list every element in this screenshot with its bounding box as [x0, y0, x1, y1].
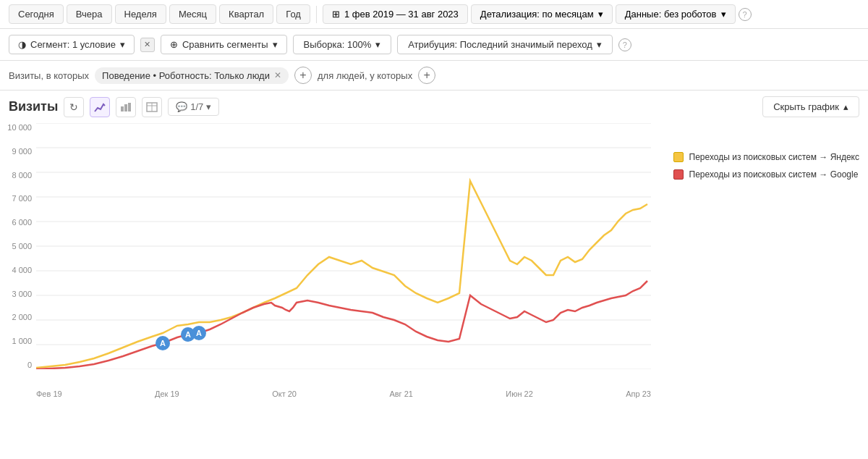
annotation-count: 1/7 [190, 101, 203, 112]
segment-label: Сегмент: 1 условие [30, 39, 116, 50]
btn-quarter[interactable]: Квартал [219, 4, 273, 24]
bar-chart-icon [120, 102, 132, 112]
data-label: Данные: без роботов [625, 9, 717, 20]
chevron-up-icon: ▴ [843, 101, 848, 112]
chevron-down-icon6: ▾ [597, 39, 602, 50]
sample-btn[interactable]: Выборка: 100% ▾ [293, 35, 392, 54]
btn-year[interactable]: Год [276, 4, 310, 24]
bar-chart-icon-btn[interactable] [116, 97, 136, 117]
legend: Переходы из поисковых систем → Яндекс Пе… [673, 152, 859, 180]
y-label-1000: 1 000 [0, 337, 36, 345]
y-label-6000: 6 000 [0, 218, 36, 227]
detail-btn[interactable]: Детализация: по месяцам ▾ [471, 4, 613, 24]
segment-close-btn[interactable]: ✕ [140, 38, 155, 52]
help-icon2[interactable]: ? [618, 38, 631, 51]
for-people-label: для людей, у которых [318, 70, 412, 81]
chart-svg: А А А [36, 123, 651, 369]
data-btn[interactable]: Данные: без роботов ▾ [616, 4, 736, 24]
y-label-7000: 7 000 [0, 194, 36, 203]
y-label-4000: 4 000 [0, 266, 36, 274]
y-label-10000: 10 000 [0, 123, 36, 132]
x-label-oct20: Окт 20 [272, 389, 297, 398]
refresh-icon-btn[interactable]: ↻ [64, 97, 84, 117]
annotation-a1-label: А [160, 339, 166, 348]
legend-color-yandex [673, 152, 684, 162]
y-label-0: 0 [0, 361, 36, 369]
detail-label: Детализация: по месяцам [480, 9, 594, 20]
date-range-btn[interactable]: ⊞ 1 фев 2019 — 31 авг 2023 [323, 4, 468, 24]
annotation-a3-label: А [196, 329, 202, 337]
annotation-a2-label: А [185, 330, 191, 339]
y-axis: 0 1 000 2 000 3 000 4 000 5 000 6 000 7 … [0, 123, 36, 384]
second-bar: ◑ Сегмент: 1 условие ▾ ✕ ⊕ Сравнить сегм… [0, 29, 868, 61]
legend-item-yandex: Переходы из поисковых систем → Яндекс [673, 152, 859, 162]
add-condition-btn[interactable]: + [294, 67, 312, 84]
y-label-2000: 2 000 [0, 313, 36, 321]
chevron-down-icon5: ▾ [375, 39, 380, 50]
sample-label: Выборка: 100% [304, 39, 372, 50]
help-icon[interactable]: ? [739, 8, 752, 21]
chart-header: Визиты ↻ 💬 1/7 ▾ Скрыть график ▴ [0, 90, 868, 123]
btn-month[interactable]: Месяц [169, 4, 216, 24]
third-bar: Визиты, в которых Поведение • Роботность… [0, 61, 868, 90]
chevron-down-icon3: ▾ [120, 39, 125, 50]
chevron-down-icon4: ▾ [273, 39, 278, 50]
x-label-aug21: Авг 21 [389, 389, 412, 398]
x-label-dec19: Дек 19 [155, 389, 179, 398]
date-range-label: 1 фев 2019 — 31 авг 2023 [344, 9, 459, 20]
chevron-down-icon: ▾ [598, 9, 603, 20]
chart-title: Визиты [9, 99, 58, 114]
x-axis: Фев 19 Дек 19 Окт 20 Авг 21 Июн 22 Апр 2… [36, 389, 651, 398]
svg-rect-2 [128, 103, 131, 111]
compare-icon: ⊕ [170, 39, 178, 50]
btn-week[interactable]: Неделя [115, 4, 166, 24]
x-label-apr23: Апр 23 [626, 389, 651, 398]
btn-yesterday[interactable]: Вчера [67, 4, 112, 24]
chevron-down-icon7: ▾ [206, 101, 211, 112]
x-label-jun22: Июн 22 [506, 389, 533, 398]
yandex-line [36, 181, 647, 368]
hide-chart-label: Скрыть график [773, 101, 839, 112]
legend-label-yandex: Переходы из поисковых систем → Яндекс [689, 152, 859, 162]
y-label-3000: 3 000 [0, 290, 36, 298]
compare-label: Сравнить сегменты [182, 39, 268, 50]
pie-icon: ◑ [18, 39, 26, 50]
legend-color-google [673, 169, 684, 180]
top-bar: Сегодня Вчера Неделя Месяц Квартал Год ⊞… [0, 0, 868, 29]
y-label-5000: 5 000 [0, 242, 36, 250]
line-chart-icon-btn[interactable] [90, 97, 110, 117]
tag-close-btn[interactable]: ✕ [274, 70, 281, 80]
hide-chart-btn[interactable]: Скрыть график ▴ [762, 96, 859, 117]
y-label-8000: 8 000 [0, 171, 36, 180]
calendar-icon: ⊞ [332, 9, 340, 20]
btn-today[interactable]: Сегодня [9, 4, 64, 24]
annotation-btn[interactable]: 💬 1/7 ▾ [168, 98, 219, 116]
table-icon [146, 102, 158, 112]
add-for-people-btn[interactable]: + [418, 67, 435, 84]
google-line [36, 281, 647, 369]
visits-condition-label: Визиты, в которых [9, 70, 89, 81]
chevron-down-icon2: ▾ [721, 9, 726, 20]
separator [316, 6, 317, 23]
table-icon-btn[interactable] [142, 97, 162, 117]
segment-btn[interactable]: ◑ Сегмент: 1 условие ▾ [9, 35, 135, 54]
attribution-label: Атрибуция: Последний значимый переход [408, 39, 592, 50]
condition-tag: Поведение • Роботность: Только люди ✕ [95, 67, 289, 84]
legend-item-google: Переходы из поисковых систем → Google [673, 169, 859, 180]
y-label-9000: 9 000 [0, 147, 36, 156]
svg-rect-1 [124, 104, 127, 111]
annotation-icon: 💬 [176, 101, 187, 112]
tag-text: Поведение • Роботность: Только люди [102, 70, 270, 81]
x-label-feb19: Фев 19 [36, 389, 62, 398]
chart-area: 0 1 000 2 000 3 000 4 000 5 000 6 000 7 … [0, 123, 868, 398]
svg-rect-0 [121, 106, 124, 111]
compare-btn[interactable]: ⊕ Сравнить сегменты ▾ [161, 35, 287, 54]
attribution-btn[interactable]: Атрибуция: Последний значимый переход ▾ [397, 35, 613, 54]
legend-label-google: Переходы из поисковых систем → Google [689, 169, 859, 180]
line-chart-icon [94, 102, 106, 112]
